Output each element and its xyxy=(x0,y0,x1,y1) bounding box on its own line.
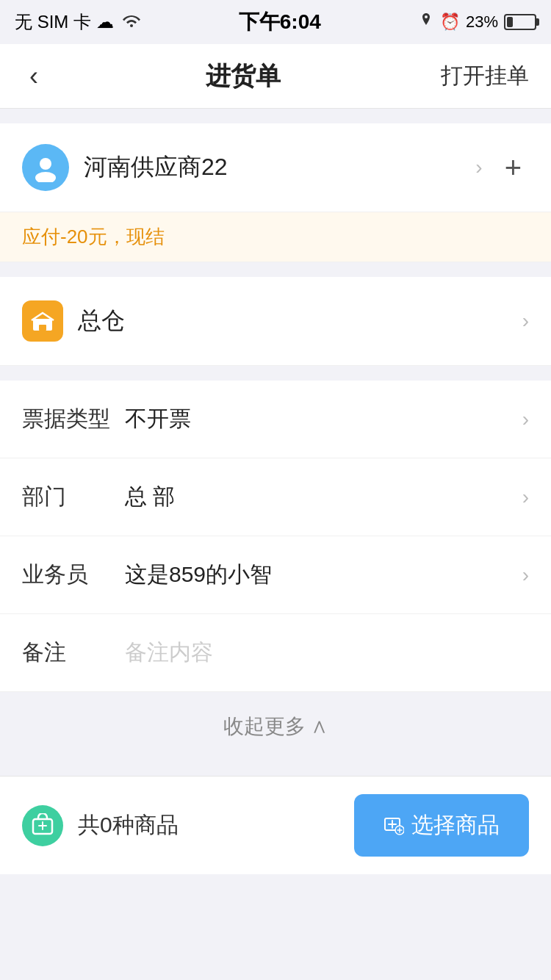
remark-row[interactable]: 备注 备注内容 xyxy=(0,614,551,692)
notice-text: 应付-20元，现结 xyxy=(22,226,165,248)
select-product-button[interactable]: 选择商品 xyxy=(354,794,529,857)
collapse-label: 收起更多 ∧ xyxy=(223,713,328,741)
battery-icon xyxy=(504,14,536,30)
svg-point-1 xyxy=(35,172,56,182)
invoice-type-value: 不开票 xyxy=(125,404,522,434)
select-product-label: 选择商品 xyxy=(411,810,500,840)
remark-label: 备注 xyxy=(22,638,125,668)
section-divider-4 xyxy=(0,761,551,776)
alarm-icon: ⏰ xyxy=(440,12,460,32)
warehouse-row[interactable]: 总仓 › xyxy=(0,277,551,366)
notice-bar: 应付-20元，现结 xyxy=(0,212,551,262)
warehouse-label: 总仓 xyxy=(78,305,522,337)
page-title: 进货单 xyxy=(206,60,281,93)
product-count-label: 共0种商品 xyxy=(78,810,354,840)
invoice-type-row[interactable]: 票据类型 不开票 › xyxy=(0,381,551,458)
status-left: 无 SIM 卡 ☁ xyxy=(15,10,142,34)
department-value: 总 部 xyxy=(125,482,522,512)
salesperson-row[interactable]: 业务员 这是859的小智 › xyxy=(0,536,551,614)
supplier-name: 河南供应商22 xyxy=(84,151,475,184)
battery-label: 23% xyxy=(466,12,498,32)
warehouse-icon xyxy=(22,300,63,342)
status-time: 下午6:04 xyxy=(239,8,321,36)
invoice-type-chevron-icon: › xyxy=(522,408,529,431)
department-row[interactable]: 部门 总 部 › xyxy=(0,458,551,536)
back-button[interactable]: ‹ xyxy=(22,54,46,99)
supplier-chevron-icon: › xyxy=(475,156,482,179)
product-icon xyxy=(22,805,63,846)
open-hang-button[interactable]: 打开挂单 xyxy=(441,61,529,91)
bottom-bar: 共0种商品 选择商品 xyxy=(0,776,551,874)
remark-placeholder[interactable]: 备注内容 xyxy=(125,638,529,668)
department-chevron-icon: › xyxy=(522,486,529,509)
nav-bar: ‹ 进货单 打开挂单 xyxy=(0,44,551,109)
section-divider-1 xyxy=(0,109,551,123)
warehouse-chevron-icon: › xyxy=(522,309,529,333)
location-icon xyxy=(418,12,434,32)
supplier-section: 河南供应商22 › + 应付-20元，现结 xyxy=(0,123,551,262)
salesperson-value: 这是859的小智 xyxy=(125,560,522,590)
salesperson-label: 业务员 xyxy=(22,560,125,590)
svg-point-0 xyxy=(40,158,51,170)
svg-rect-3 xyxy=(39,325,46,331)
invoice-type-label: 票据类型 xyxy=(22,404,125,434)
department-label: 部门 xyxy=(22,482,125,512)
form-section: 票据类型 不开票 › 部门 总 部 › 业务员 这是859的小智 › 备注 备注… xyxy=(0,381,551,692)
supplier-row[interactable]: 河南供应商22 › + xyxy=(0,123,551,212)
collapse-row[interactable]: 收起更多 ∧ xyxy=(0,692,551,761)
status-bar: 无 SIM 卡 ☁ 下午6:04 ⏰ 23% xyxy=(0,0,551,44)
avatar xyxy=(22,144,69,191)
section-divider-3 xyxy=(0,366,551,381)
wifi-icon xyxy=(121,12,142,32)
warehouse-section: 总仓 › xyxy=(0,277,551,366)
sim-label: 无 SIM 卡 ☁ xyxy=(15,10,114,34)
section-divider-2 xyxy=(0,262,551,277)
add-supplier-button[interactable]: + xyxy=(497,151,529,184)
status-right: ⏰ 23% xyxy=(418,12,536,32)
salesperson-chevron-icon: › xyxy=(522,563,529,587)
gray-area xyxy=(0,874,551,980)
